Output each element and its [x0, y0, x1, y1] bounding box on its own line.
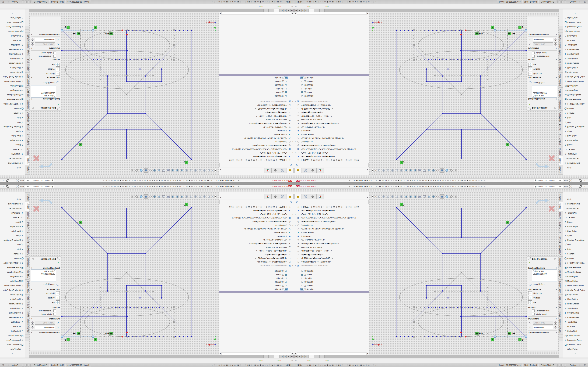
tool-perimeter-circle[interactable]: ◌ Perimeter Circle [0, 161, 25, 166]
tree-item-sketch3[interactable]: ∟ Sketch3 [219, 87, 294, 91]
tree-item-sketch5[interactable]: ∟ (-) Sketch5 [294, 83, 369, 87]
tool-circular-sketch-pattern[interactable]: ⊛ Circular Sketch Pattern [563, 75, 588, 79]
add-relations-header[interactable]: Add Relations∧ [30, 76, 61, 79]
tree-item-sensors[interactable]: ▦ ○25✚3E25○ИN◎⊙✚ƆC3EU3E25○⊙○253EU3EƆC✚⊙◎… [294, 216, 369, 220]
section-view-icon[interactable] [166, 194, 170, 199]
tool-partial-ellipse[interactable]: ◖ Partial Ellipse [0, 138, 25, 143]
tab-data-migration[interactable]: Data Migration [559, 294, 563, 309]
menu-window[interactable] [343, 186, 346, 187]
scroll-left-icon[interactable]: ◄ [291, 352, 294, 355]
horizontal-relation-button[interactable]: — Horizontal [30, 71, 61, 76]
tree-item-markups[interactable]: ✎ ○25∙∩*♣Am○⊙○mA♣*∩∙52○ [294, 125, 369, 129]
tree-item-locked-folder[interactable]: ▶ ▣ ○253EИNAU∙○⊙○∙UAИN3E25○ [219, 264, 294, 267]
tree-filter-field[interactable] [219, 200, 293, 204]
tool-equation-driven-curve[interactable]: ƒ Equation Driven Curve [563, 125, 588, 129]
zoom-selector[interactable]: Custom▲ [6, 1, 20, 3]
relation-item[interactable]: Collinear108 [533, 94, 556, 97]
tool-polygon[interactable]: ◯ Polygon [563, 106, 588, 111]
tab-3d-views[interactable] [269, 9, 274, 12]
additional-parameters-header[interactable]: Additional Parameters∨ [527, 331, 558, 334]
menu-file[interactable] [261, 180, 264, 181]
display-style-shaded-icon[interactable] [404, 168, 408, 173]
first-frame-icon[interactable]: ❘◀ [290, 355, 294, 358]
tool-style-spline[interactable]: ∿ Style Spline [0, 134, 25, 138]
tree-item-sketch2[interactable]: ▦ (-) Sketch2 [294, 91, 369, 94]
tool-stretch-entities[interactable]: ⌊ Stretch Entities [563, 52, 588, 57]
scene-cube-icon[interactable] [454, 168, 458, 173]
existing-relations-header[interactable]: Existing Relations∧ [30, 98, 61, 101]
tool-intersection-curve[interactable]: ≋ Intersection Curve [563, 338, 588, 342]
view-orientation-icon[interactable] [157, 168, 161, 173]
display-style-wireframe-icon[interactable] [377, 168, 381, 173]
tool-convert-entities[interactable]: ◳ Convert Entities [0, 333, 25, 338]
tool-convert-entities[interactable]: ◳ Convert Entities [0, 29, 25, 34]
view-orientation-icon[interactable] [157, 194, 161, 199]
tree-item-sketch1[interactable]: ∟ (-) Sketch1 [219, 269, 294, 273]
relations-list[interactable]: Collinear108 Equal length109 [532, 269, 557, 282]
relations-list[interactable]: Collinear108 Equal length109 [532, 85, 557, 98]
display-style-wireframe-icon[interactable] [391, 194, 395, 199]
tree-item-design-binder[interactable]: ▶ ▢ Design Binder [219, 223, 294, 227]
tool-copy-entities[interactable]: ⊞ Copy Entities [563, 70, 588, 75]
tool-point[interactable]: ▪ Point [0, 247, 25, 251]
tree-item-sketch5[interactable]: ∟ (-) Sketch5 [219, 280, 294, 284]
pin-icon[interactable]: ➢ [348, 179, 351, 182]
tree-item-favorites[interactable]: ★ ○2533✚⊙♣◎VA∅○⊙○∅AV◎♣⊙✚3352○ [294, 209, 369, 212]
tool-partial-ellipse[interactable]: ◖ Partial Ellipse [563, 138, 588, 143]
view-selector-icon[interactable] [213, 194, 217, 199]
tool-scale-entities[interactable]: ⊿ Scale Entities [563, 306, 588, 310]
tab-model[interactable] [274, 9, 279, 12]
menu-tools[interactable] [339, 180, 343, 181]
add-relations-header[interactable]: Add Relations∧ [30, 288, 61, 291]
tool-fit-spline[interactable]: ∟ Fit Spline [563, 324, 588, 329]
tab-motion-study-1[interactable] [263, 355, 269, 358]
appearance-sphere-icon[interactable] [445, 168, 449, 173]
tab-overflow-2[interactable]: ⋮ [559, 338, 563, 341]
search-icon[interactable] [559, 179, 561, 182]
horizontal-relation-button[interactable]: — Horizontal [527, 71, 558, 76]
tree-item-equations[interactable]: Σ ○25ИN◎⊙✚AU¤3E○⊙○3E¤UA✚⊙◎ИN52○ [294, 242, 369, 245]
tool-polygon[interactable]: ◯ Polygon [0, 256, 25, 261]
tree-item-history[interactable]: ▶ ◔ ○Λ♣◎✚25⊙Ⅎ○⊙○Ⅎ⊙52✚◎♣Λ○ [219, 212, 294, 216]
tool-polygon[interactable]: ◯ Polygon [0, 106, 25, 111]
tab-mold-tools[interactable]: Mold Tools [25, 268, 29, 279]
tool-point[interactable]: ▪ Point [563, 116, 588, 120]
options-header[interactable]: Options∧ [30, 58, 61, 61]
tab-overflow-1[interactable]: ⋮ [559, 29, 563, 33]
tool-intersection-curve[interactable]: ≋ Intersection Curve [563, 25, 588, 29]
tool-mirror-entities[interactable]: ◫ Mirror Entities [563, 279, 588, 283]
display-style-wireframe-icon[interactable] [193, 194, 197, 199]
tool-rotate-entities[interactable]: ↻ Rotate Entities [0, 301, 25, 306]
parameters-header[interactable]: Parameters∧ [527, 47, 558, 50]
tab-sketch[interactable]: Sketch [559, 202, 563, 211]
tool-mirror-entities[interactable]: ◫ Mirror Entities [0, 279, 25, 283]
tool-corner-rectangle[interactable]: ▭ Corner Rectangle [0, 270, 25, 274]
tab-markup[interactable]: Markup [25, 49, 29, 58]
tree-item-material[interactable]: ☰ Material < not specified > [219, 245, 294, 249]
display-style-wireframe-icon[interactable] [400, 168, 404, 173]
scroll-left-icon[interactable]: ◄ [294, 352, 297, 355]
tree-item-top-plane[interactable]: ▱ ○∙◎✚○*◉[○⊙○]◉*○✚◎∙○ [219, 111, 294, 114]
tab-weldments[interactable]: Weldments [559, 256, 563, 268]
relation-item[interactable]: Equal length109 [32, 92, 55, 94]
options-header[interactable]: Options∧ [527, 58, 558, 61]
tree-item-origin[interactable]: ∟ ○ИN⊙9@⊙♣◎○⊙○◎♣⊙@9⊙ИN○ [219, 103, 294, 107]
featuremanager-tab[interactable] [294, 168, 302, 173]
tool-trim-entities[interactable]: ⊗ Trim Entities [563, 43, 588, 47]
environment-icon[interactable] [135, 194, 138, 199]
vertical-relation-button[interactable]: | Vertical [527, 67, 558, 71]
tab-weldments[interactable]: Weldments [559, 99, 563, 111]
length-field[interactable]: 10.88152731 [533, 321, 553, 325]
menu-file[interactable] [324, 180, 327, 181]
tab-sheet-metal[interactable]: Sheet Metal [25, 111, 29, 123]
tree-item-solid-bodies[interactable]: ◆ Solid Bodies [219, 234, 294, 238]
tool-sketch-fillet[interactable]: ◝ Sketch Fillet [0, 34, 25, 38]
display-style-shaded-icon[interactable] [432, 194, 436, 199]
tool-line[interactable]: ╱ Line [0, 242, 25, 247]
tree-filter-field[interactable] [295, 163, 369, 167]
tree-item-locked-folder[interactable]: ▶ ▣ ○253EИNAU∙○⊙○∙UAИN3E25○ [294, 264, 369, 267]
tree-horizontal-scrollbar[interactable]: ◄ ► [294, 12, 369, 15]
tab-features[interactable]: Features [25, 165, 29, 175]
environment-icon[interactable] [135, 168, 138, 173]
tool-perimeter-circle[interactable]: ◌ Perimeter Circle [563, 161, 588, 166]
